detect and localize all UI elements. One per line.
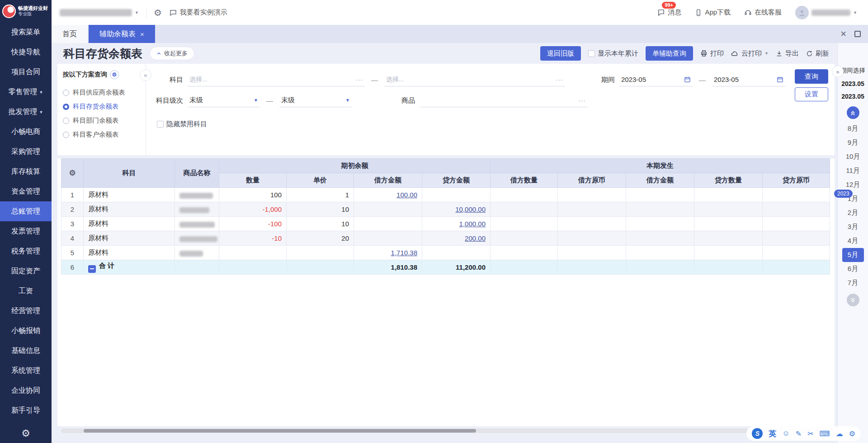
amount-link[interactable]: 1,000.00 xyxy=(459,220,486,228)
level-to-select[interactable]: 末级 ▼ xyxy=(279,94,352,107)
level-from-select[interactable]: 末级 ▼ xyxy=(188,94,260,107)
export-button[interactable]: 导出 xyxy=(776,49,799,58)
scroll-months-down-button[interactable] xyxy=(847,294,859,306)
scrollbar-thumb[interactable] xyxy=(84,429,476,433)
sidebar-item-business-mgmt[interactable]: 经营管理 xyxy=(0,301,52,321)
tab-aux-balance[interactable]: 辅助余额表 × xyxy=(89,25,155,43)
sidebar-item-fixed-assets[interactable]: 固定资产 xyxy=(0,261,52,281)
amount-link[interactable]: 1,710.38 xyxy=(391,249,417,257)
ellipsis-icon[interactable]: ··· xyxy=(578,97,586,104)
gear-icon[interactable]: ⚙ xyxy=(849,429,855,438)
amount-link[interactable]: 10,000.00 xyxy=(455,205,486,213)
tab-home[interactable]: 首页 xyxy=(52,25,88,43)
sidebar-item-basic-info[interactable]: 基础信息 xyxy=(0,341,52,361)
col-header-credit-amount[interactable]: 贷方金额 xyxy=(422,173,491,188)
month-item-selected[interactable]: 5月 xyxy=(842,248,864,262)
sidebar-settings-gear-icon[interactable]: ⚙ xyxy=(0,428,52,439)
month-item[interactable]: 8月 xyxy=(842,122,864,136)
scheme-collapse-icon[interactable]: « xyxy=(140,69,151,81)
sidebar-item-tax[interactable]: 税务管理 xyxy=(0,241,52,261)
checkbox-icon[interactable] xyxy=(157,121,164,128)
month-item[interactable]: 3月 xyxy=(842,220,864,234)
month-item[interactable]: 4月 xyxy=(842,234,864,248)
month-item[interactable]: 6月 xyxy=(842,262,864,276)
month-item[interactable]: 2月 xyxy=(842,206,864,220)
tab-close-icon[interactable]: × xyxy=(140,30,144,38)
sidebar-item-general-ledger[interactable]: 总账管理 xyxy=(0,201,52,221)
sidebar-item-reimbursement[interactable]: 小畅报销 xyxy=(0,321,52,341)
scheme-item-inventory-balance[interactable]: 科目存货余额表 xyxy=(63,100,146,114)
scheme-item-supplier-balance[interactable]: 科目供应商余额表 xyxy=(63,86,146,100)
sidebar-item-inventory-accounting[interactable]: 库存核算 xyxy=(0,162,52,181)
ime-language-toggle[interactable]: 英 xyxy=(769,429,776,439)
single-aux-query-button[interactable]: 单辅助查询 xyxy=(646,46,693,61)
sidebar-item-retail[interactable]: 零售管理▼ xyxy=(0,82,52,102)
sidebar-item-project-contract[interactable]: 项目合同 xyxy=(0,62,52,82)
sidebar-item-search-menu[interactable]: 搜索菜单 xyxy=(0,22,52,42)
sidebar-item-quick-nav[interactable]: 快捷导航 xyxy=(0,42,52,62)
period-panel-collapse-icon[interactable]: » xyxy=(832,66,844,77)
scheme-item-department-balance[interactable]: 科目部门余额表 xyxy=(63,114,146,128)
scheme-settings-gear-icon[interactable]: ⚙ xyxy=(110,70,119,79)
col-header-debit-qty[interactable]: 借方数量 xyxy=(491,173,558,188)
settings-button[interactable]: 设置 xyxy=(795,87,828,101)
scissors-icon[interactable]: ✂ xyxy=(807,429,813,438)
col-header-subject[interactable]: 科目 xyxy=(84,159,175,188)
company-selector[interactable]: ▼ xyxy=(60,9,139,16)
online-support-button[interactable]: 在线客服 xyxy=(744,8,782,17)
ellipsis-icon[interactable]: ··· xyxy=(556,76,563,83)
amount-link[interactable]: 200.00 xyxy=(465,234,486,242)
product-select[interactable]: ··· xyxy=(420,94,588,107)
sidebar-item-ecommerce[interactable]: 小畅电商 xyxy=(0,122,52,142)
chevron-down-icon[interactable]: ▼ xyxy=(254,98,258,103)
sidebar-item-purchase[interactable]: 采购管理 xyxy=(0,142,52,162)
collapse-more-button[interactable]: 收起更多 xyxy=(150,47,194,60)
print-button[interactable]: 打印 xyxy=(700,49,724,58)
refresh-button[interactable]: 刷新 xyxy=(806,49,829,58)
sidebar-item-beginner-guide[interactable]: 新手引导 xyxy=(0,400,52,420)
calendar-icon[interactable] xyxy=(684,76,691,83)
checkbox-icon[interactable] xyxy=(588,50,595,57)
sidebar-item-funds[interactable]: 资金管理 xyxy=(0,181,52,201)
subject-from-select[interactable]: 选择... ··· xyxy=(188,73,365,86)
app-download-button[interactable]: App下载 xyxy=(695,8,731,17)
period-to-input[interactable]: 2023-05 xyxy=(712,73,785,86)
subject-to-select[interactable]: 选择... ··· xyxy=(384,73,565,86)
user-menu[interactable]: ▼ xyxy=(795,6,857,19)
sidebar-item-collaboration[interactable]: 企业协同 xyxy=(0,381,52,400)
col-header-product[interactable]: 商品名称 xyxy=(175,159,219,188)
cloud-icon[interactable]: ☁ xyxy=(836,429,843,438)
close-icon[interactable]: × xyxy=(840,29,846,39)
month-item[interactable]: 11月 xyxy=(842,164,864,178)
amount-link[interactable]: 100.00 xyxy=(396,191,417,199)
month-item[interactable]: 7月 xyxy=(842,276,864,290)
sidebar-item-salary[interactable]: 工资 xyxy=(0,281,52,301)
col-header-debit-amount-2[interactable]: 借方金额 xyxy=(626,173,694,188)
show-ytd-checkbox[interactable]: 显示本年累计 xyxy=(588,49,638,58)
back-to-old-version-button[interactable]: 退回旧版 xyxy=(540,46,581,61)
sidebar-item-invoice[interactable]: 发票管理 xyxy=(0,221,52,241)
ime-logo-icon[interactable]: S xyxy=(752,428,763,439)
col-header-debit-currency[interactable]: 借方原币 xyxy=(558,173,626,188)
month-item[interactable]: 10月 xyxy=(842,150,864,164)
col-header-debit-amount[interactable]: 借方金额 xyxy=(354,173,422,188)
ellipsis-icon[interactable]: ··· xyxy=(355,76,363,83)
scroll-months-up-button[interactable] xyxy=(847,106,859,119)
query-button[interactable]: 查询 xyxy=(795,69,828,84)
period-from-input[interactable]: 2023-05 xyxy=(619,73,693,86)
month-item[interactable]: 9月 xyxy=(842,136,864,150)
col-header-unit-price[interactable]: 单价 xyxy=(287,173,354,188)
cloud-print-button[interactable]: 云打印 ▼ xyxy=(731,49,769,58)
hide-disabled-checkbox[interactable]: 隐藏禁用科目 xyxy=(157,120,207,129)
demo-link[interactable]: 我要看实例演示 xyxy=(169,8,227,17)
table-settings-gear-icon[interactable]: ⚙ xyxy=(69,169,75,177)
fullscreen-icon[interactable] xyxy=(854,31,861,37)
calendar-icon[interactable] xyxy=(777,76,783,83)
col-header-credit-currency[interactable]: 贷方原币 xyxy=(763,173,830,188)
horizontal-scrollbar[interactable] xyxy=(61,429,830,433)
col-header-qty[interactable]: 数量 xyxy=(219,173,287,188)
messages-button[interactable]: 99+ 消息 xyxy=(657,8,681,17)
topbar-gear-icon[interactable]: ⚙ xyxy=(154,7,162,18)
sidebar-item-system-mgmt[interactable]: 系统管理 xyxy=(0,361,52,381)
col-header-credit-qty[interactable]: 贷方数量 xyxy=(694,173,763,188)
